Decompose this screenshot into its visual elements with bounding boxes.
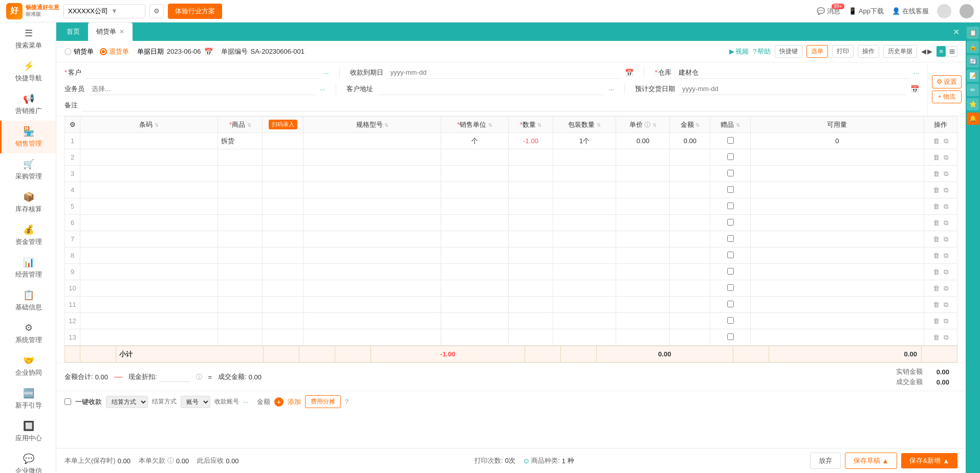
row-product[interactable]	[218, 166, 263, 182]
date-calendar-icon[interactable]: 📅	[204, 48, 213, 56]
col-settings[interactable]: ⚙	[65, 117, 80, 133]
row-quantity[interactable]	[508, 280, 553, 297]
select-button[interactable]: 选单	[807, 45, 828, 58]
copy-icon[interactable]: ⧉	[944, 219, 948, 227]
right-panel-btn-4[interactable]: 📝	[967, 70, 979, 82]
row-product[interactable]	[218, 247, 263, 264]
payment-dots[interactable]: ···	[243, 398, 249, 406]
delete-icon[interactable]: 🗑	[933, 252, 940, 259]
row-quantity[interactable]	[508, 166, 553, 182]
row-barcode[interactable]	[80, 215, 218, 231]
right-panel-btn-5[interactable]: ✏	[967, 84, 979, 96]
row-product[interactable]	[218, 329, 263, 346]
row-product[interactable]	[218, 264, 263, 280]
copy-icon[interactable]: ⧉	[944, 252, 948, 259]
row-price[interactable]	[616, 247, 670, 264]
row-gift[interactable]	[710, 149, 751, 166]
online-service-button[interactable]: 👤 在线客服	[892, 7, 929, 16]
remarks-input[interactable]	[82, 99, 919, 111]
row-gift[interactable]	[710, 264, 751, 280]
row-price[interactable]	[616, 264, 670, 280]
payment-date-input[interactable]	[387, 66, 621, 79]
form-settings-button[interactable]: ⚙ 设置	[932, 75, 962, 88]
customer-input[interactable]	[85, 66, 319, 79]
salesperson-input[interactable]	[89, 83, 316, 95]
account-select[interactable]: 账号	[181, 396, 210, 408]
copy-icon[interactable]: ⧉	[944, 137, 948, 145]
copy-icon[interactable]: ⧉	[944, 153, 948, 161]
user-avatar[interactable]	[937, 4, 951, 18]
col-scan[interactable]: 扫码录入	[263, 117, 303, 133]
total-owed-info[interactable]: ⓘ	[167, 456, 174, 465]
radio-return-order[interactable]: 退货单	[100, 47, 129, 56]
row-quantity[interactable]	[508, 297, 553, 313]
row-gift[interactable]	[710, 247, 751, 264]
sidebar-item-operations[interactable]: 📊 经营管理	[0, 252, 56, 284]
delete-icon[interactable]: 🗑	[933, 333, 940, 341]
delete-icon[interactable]: 🗑	[933, 268, 940, 276]
shortcut-button[interactable]: 快捷键	[775, 45, 802, 58]
right-panel-btn-2[interactable]: 🔒	[967, 41, 979, 53]
row-product[interactable]	[218, 297, 263, 313]
row-gift[interactable]	[710, 297, 751, 313]
scan-button[interactable]: 扫码录入	[269, 120, 297, 129]
row-quantity[interactable]	[508, 264, 553, 280]
row-gift[interactable]	[710, 166, 751, 182]
delete-icon[interactable]: 🗑	[933, 219, 940, 227]
grid-view-btn[interactable]: ⊞	[947, 46, 957, 57]
tab-home[interactable]: 首页	[58, 22, 88, 41]
sidebar-item-guide[interactable]: 🆕 新手引导	[0, 382, 56, 415]
row-price[interactable]	[616, 166, 670, 182]
sidebar-item-app-center[interactable]: 🔲 应用中心	[0, 415, 56, 448]
expense-help-icon[interactable]: ?	[345, 398, 349, 406]
row-spec[interactable]	[303, 264, 441, 280]
delete-icon[interactable]: 🗑	[933, 301, 940, 308]
row-barcode[interactable]	[80, 133, 218, 149]
app-download-button[interactable]: 📱 App下载	[848, 7, 884, 16]
video-link[interactable]: ▶ 视频	[729, 47, 749, 56]
right-panel-btn-1[interactable]: 📋	[967, 27, 979, 39]
row-gift[interactable]	[710, 280, 751, 297]
row-price[interactable]	[616, 313, 670, 329]
address-dots[interactable]: ···	[608, 85, 614, 93]
discount-input[interactable]	[159, 372, 190, 382]
row-spec[interactable]	[303, 329, 441, 346]
row-product[interactable]	[218, 231, 263, 247]
row-product[interactable]	[218, 215, 263, 231]
row-quantity[interactable]	[508, 313, 553, 329]
row-gift[interactable]	[710, 231, 751, 247]
payment-method-select[interactable]: 结算方式	[106, 396, 148, 408]
row-barcode[interactable]	[80, 329, 218, 346]
copy-icon[interactable]: ⧉	[944, 284, 948, 292]
logistics-button[interactable]: + 物流	[932, 91, 962, 103]
row-price[interactable]	[616, 198, 670, 215]
row-barcode[interactable]	[80, 149, 218, 166]
save-new-button[interactable]: 保存&新增 ▲	[901, 453, 957, 468]
sidebar-item-sales[interactable]: 🏪 销售管理	[0, 121, 56, 153]
row-barcode[interactable]	[80, 198, 218, 215]
list-view-btn[interactable]: ≡	[937, 46, 946, 57]
copy-icon[interactable]: ⧉	[944, 235, 948, 243]
row-product[interactable]	[218, 198, 263, 215]
sidebar-item-finance[interactable]: 💰 资金管理	[0, 219, 56, 252]
customer-address-input[interactable]	[377, 83, 604, 95]
payment-date-calendar-icon[interactable]: 📅	[625, 69, 634, 77]
row-price[interactable]	[616, 149, 670, 166]
row-quantity[interactable]	[508, 149, 553, 166]
delete-icon[interactable]: 🗑	[933, 235, 940, 243]
row-barcode[interactable]	[80, 297, 218, 313]
row-barcode[interactable]	[80, 231, 218, 247]
row-barcode[interactable]	[80, 313, 218, 329]
row-gift[interactable]	[710, 215, 751, 231]
customer-dots[interactable]: ···	[323, 69, 329, 77]
radio-sales-order[interactable]: 销货单	[64, 47, 94, 56]
warehouse-input[interactable]	[676, 66, 909, 79]
row-quantity[interactable]	[508, 247, 553, 264]
tab-sales-order[interactable]: 销货单 ✕	[88, 22, 133, 41]
messages-button[interactable]: 💬 消息 99+	[817, 7, 840, 16]
row-gift[interactable]	[710, 313, 751, 329]
row-product[interactable]: 拆货	[218, 133, 263, 149]
sidebar-item-quick-nav[interactable]: ⚡ 快捷导航	[0, 55, 56, 88]
row-spec[interactable]	[303, 297, 441, 313]
row-price[interactable]: 0.00	[616, 133, 670, 149]
